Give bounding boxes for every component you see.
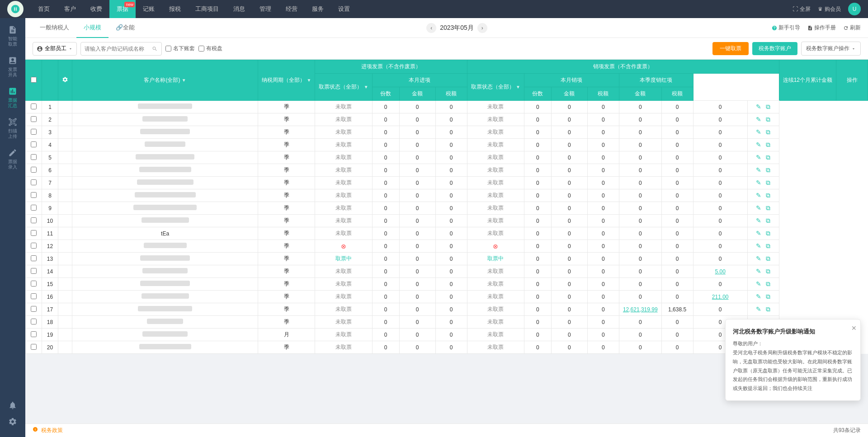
red-amount-link[interactable]: 12,621,319.99 <box>623 306 658 313</box>
row-checkbox[interactable] <box>31 293 37 299</box>
sidebar-item-ticket-summary[interactable]: 票据汇总 <box>0 83 25 112</box>
row-checkbox[interactable] <box>31 217 37 223</box>
row-checkbox[interactable] <box>31 243 37 249</box>
sidebar-item-settings[interactable] <box>6 414 19 430</box>
tax-policy-link[interactable]: 税务政策 <box>33 427 63 434</box>
copy-btn[interactable]: ⧉ <box>764 192 772 199</box>
notification-close-btn[interactable]: ✕ <box>851 323 857 334</box>
period-prev-btn[interactable]: ‹ <box>426 23 436 33</box>
search-input[interactable] <box>85 46 150 52</box>
edit-btn[interactable]: ✎ <box>755 128 763 136</box>
copy-btn[interactable]: ⧉ <box>764 141 772 149</box>
edit-btn[interactable]: ✎ <box>755 230 763 237</box>
employee-select[interactable]: 全部员工 <box>33 42 77 56</box>
period-next-btn[interactable]: › <box>477 23 487 33</box>
tax-account-ops-btn[interactable]: 税务数字账户操作 <box>801 42 861 56</box>
row-checkbox[interactable] <box>31 141 37 147</box>
nav-service[interactable]: 服务 <box>305 0 331 18</box>
copy-btn[interactable]: ⧉ <box>764 230 772 237</box>
tab-general-taxpayer[interactable]: 一般纳税人 <box>33 18 76 38</box>
select-all-checkbox[interactable] <box>31 77 37 83</box>
row-checkbox[interactable] <box>31 344 37 350</box>
row-actions: ✎ ⧉ <box>747 303 779 316</box>
sidebar-item-smart-ticket[interactable]: 智能取票 <box>0 22 25 51</box>
copy-btn[interactable]: ⧉ <box>764 255 772 263</box>
row-checkbox[interactable] <box>31 319 37 324</box>
nav-fee[interactable]: 收费 <box>83 0 109 18</box>
copy-btn[interactable]: ⧉ <box>764 116 772 123</box>
row-checkbox[interactable] <box>31 205 37 211</box>
edit-btn[interactable]: ✎ <box>755 141 763 148</box>
nav-message[interactable]: 消息 <box>226 0 252 18</box>
cumulative-link[interactable]: 211.00 <box>712 294 729 300</box>
edit-btn[interactable]: ✎ <box>755 268 763 275</box>
edit-btn[interactable]: ✎ <box>755 293 763 300</box>
row-checkbox[interactable] <box>31 103 37 109</box>
nav-tax[interactable]: 报税 <box>162 0 188 18</box>
sidebar-item-notification[interactable] <box>6 397 19 414</box>
copy-btn[interactable]: ⧉ <box>764 305 772 313</box>
copy-btn[interactable]: ⧉ <box>764 154 772 161</box>
copy-btn[interactable]: ⧉ <box>764 217 772 225</box>
edit-btn[interactable]: ✎ <box>755 166 763 174</box>
copy-btn[interactable]: ⧉ <box>764 293 772 301</box>
copy-btn[interactable]: ⧉ <box>764 280 772 288</box>
row-checkbox[interactable] <box>31 154 37 160</box>
member-btn[interactable]: ♛ 购会员 <box>818 5 841 13</box>
copy-btn[interactable]: ⧉ <box>764 179 772 187</box>
edit-btn[interactable]: ✎ <box>755 204 763 211</box>
tab-small-scale[interactable]: 小规模 <box>76 18 108 38</box>
row-checkbox[interactable] <box>31 116 37 122</box>
edit-btn[interactable]: ✎ <box>755 154 763 161</box>
row-checkbox[interactable] <box>31 331 37 337</box>
new-guide-btn[interactable]: 新手引导 <box>772 24 800 32</box>
row-checkbox[interactable] <box>31 179 37 185</box>
edit-btn[interactable]: ✎ <box>755 242 763 249</box>
refresh-btn[interactable]: 刷新 <box>843 24 861 32</box>
sidebar-item-scan-upload[interactable]: 扫描上传 <box>0 114 25 143</box>
user-avatar[interactable]: U <box>848 3 861 15</box>
edit-btn[interactable]: ✎ <box>755 192 763 199</box>
edit-btn[interactable]: ✎ <box>755 179 763 186</box>
tab-all[interactable]: 🔗 全能 <box>108 18 142 38</box>
nav-invoice[interactable]: 票据 new <box>109 0 136 18</box>
nav-settings[interactable]: 设置 <box>331 0 357 18</box>
row-checkbox[interactable] <box>31 167 37 173</box>
copy-btn[interactable]: ⧉ <box>764 128 772 136</box>
tax-account-btn[interactable]: 税务数字账户 <box>752 42 797 55</box>
nav-bookkeeping[interactable]: 记账 <box>136 0 162 18</box>
one-click-btn[interactable]: 一键取票 <box>712 42 749 55</box>
row-checkbox[interactable] <box>31 306 37 312</box>
nav-client[interactable]: 客户 <box>57 0 83 18</box>
copy-btn[interactable]: ⧉ <box>764 103 772 111</box>
nav-operation[interactable]: 经营 <box>278 0 305 18</box>
nav-business[interactable]: 工商项目 <box>188 0 226 18</box>
ledger-checkbox[interactable] <box>165 46 171 52</box>
row-checkbox[interactable] <box>31 281 37 287</box>
sidebar-item-issue-invoice[interactable]: 发票开具 <box>0 52 25 81</box>
copy-btn[interactable]: ⧉ <box>764 242 772 250</box>
manual-btn[interactable]: 操作手册 <box>807 24 836 32</box>
row-gear-cell <box>58 240 72 253</box>
row-checkbox[interactable] <box>31 255 37 261</box>
edit-btn[interactable]: ✎ <box>755 280 763 287</box>
edit-btn[interactable]: ✎ <box>755 103 763 110</box>
app-logo[interactable] <box>7 1 24 17</box>
row-checkbox[interactable] <box>31 192 37 198</box>
edit-btn[interactable]: ✎ <box>755 116 763 123</box>
row-checkbox[interactable] <box>31 268 37 274</box>
edit-btn[interactable]: ✎ <box>755 305 763 313</box>
row-checkbox[interactable] <box>31 230 37 236</box>
sidebar-item-ticket-entry[interactable]: 票据录入 <box>0 145 25 174</box>
copy-btn[interactable]: ⧉ <box>764 268 772 275</box>
fullscreen-btn[interactable]: ⛶ 全屏 <box>793 5 811 13</box>
edit-btn[interactable]: ✎ <box>755 217 763 224</box>
tax-disk-checkbox[interactable] <box>198 46 204 52</box>
nav-manage[interactable]: 管理 <box>252 0 278 18</box>
nav-home[interactable]: 首页 <box>31 0 57 18</box>
cumulative-link[interactable]: 5.00 <box>715 268 725 275</box>
copy-btn[interactable]: ⧉ <box>764 166 772 174</box>
row-checkbox[interactable] <box>31 129 37 135</box>
copy-btn[interactable]: ⧉ <box>764 204 772 212</box>
edit-btn[interactable]: ✎ <box>755 255 763 262</box>
